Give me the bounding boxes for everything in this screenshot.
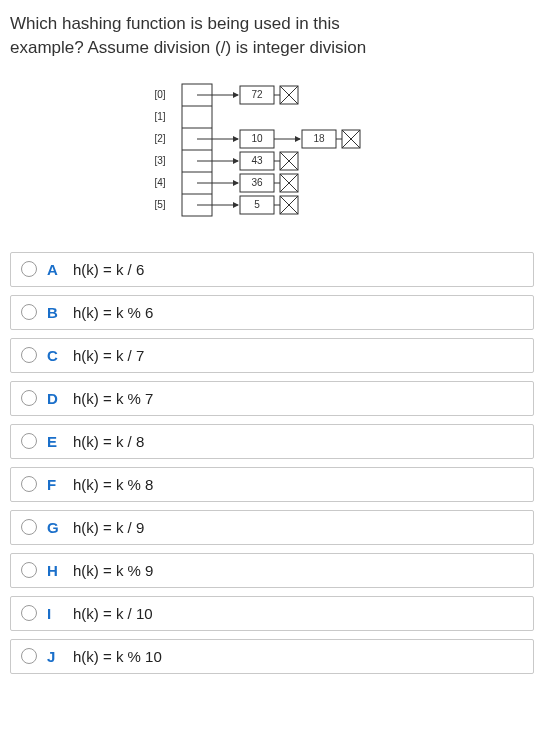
answer-options: Ah(k) = k / 6Bh(k) = k % 6Ch(k) = k / 7D…	[10, 252, 534, 674]
answer-option-h[interactable]: Hh(k) = k % 9	[10, 553, 534, 588]
option-text: h(k) = k / 10	[73, 605, 153, 622]
answer-option-i[interactable]: Ih(k) = k / 10	[10, 596, 534, 631]
svg-text:5: 5	[254, 199, 260, 210]
answer-option-c[interactable]: Ch(k) = k / 7	[10, 338, 534, 373]
option-letter: H	[47, 562, 63, 579]
option-letter: J	[47, 648, 63, 665]
svg-text:[0]: [0]	[154, 89, 165, 100]
option-letter: D	[47, 390, 63, 407]
answer-option-e[interactable]: Eh(k) = k / 8	[10, 424, 534, 459]
radio-icon	[21, 562, 37, 578]
radio-icon	[21, 304, 37, 320]
svg-text:[5]: [5]	[154, 199, 165, 210]
svg-text:72: 72	[251, 89, 263, 100]
option-letter: B	[47, 304, 63, 321]
option-letter: I	[47, 605, 63, 622]
svg-text:[3]: [3]	[154, 155, 165, 166]
svg-text:36: 36	[251, 177, 263, 188]
svg-text:[1]: [1]	[154, 111, 165, 122]
option-text: h(k) = k % 8	[73, 476, 153, 493]
option-letter: F	[47, 476, 63, 493]
radio-icon	[21, 390, 37, 406]
radio-icon	[21, 476, 37, 492]
svg-text:18: 18	[313, 133, 325, 144]
answer-option-d[interactable]: Dh(k) = k % 7	[10, 381, 534, 416]
option-letter: C	[47, 347, 63, 364]
option-text: h(k) = k / 9	[73, 519, 144, 536]
radio-icon	[21, 433, 37, 449]
radio-icon	[21, 261, 37, 277]
option-text: h(k) = k / 7	[73, 347, 144, 364]
svg-text:43: 43	[251, 155, 263, 166]
option-letter: G	[47, 519, 63, 536]
hash-diagram: [0]72[1][2]1018[3]43[4]36[5]5	[10, 74, 534, 234]
question-text: Which hashing function is being used in …	[10, 12, 370, 60]
radio-icon	[21, 605, 37, 621]
radio-icon	[21, 519, 37, 535]
option-text: h(k) = k % 6	[73, 304, 153, 321]
answer-option-j[interactable]: Jh(k) = k % 10	[10, 639, 534, 674]
option-letter: E	[47, 433, 63, 450]
option-text: h(k) = k / 8	[73, 433, 144, 450]
option-text: h(k) = k / 6	[73, 261, 144, 278]
answer-option-a[interactable]: Ah(k) = k / 6	[10, 252, 534, 287]
option-text: h(k) = k % 7	[73, 390, 153, 407]
svg-text:[4]: [4]	[154, 177, 165, 188]
answer-option-b[interactable]: Bh(k) = k % 6	[10, 295, 534, 330]
answer-option-g[interactable]: Gh(k) = k / 9	[10, 510, 534, 545]
option-text: h(k) = k % 10	[73, 648, 162, 665]
option-text: h(k) = k % 9	[73, 562, 153, 579]
radio-icon	[21, 648, 37, 664]
option-letter: A	[47, 261, 63, 278]
radio-icon	[21, 347, 37, 363]
answer-option-f[interactable]: Fh(k) = k % 8	[10, 467, 534, 502]
svg-text:[2]: [2]	[154, 133, 165, 144]
svg-text:10: 10	[251, 133, 263, 144]
